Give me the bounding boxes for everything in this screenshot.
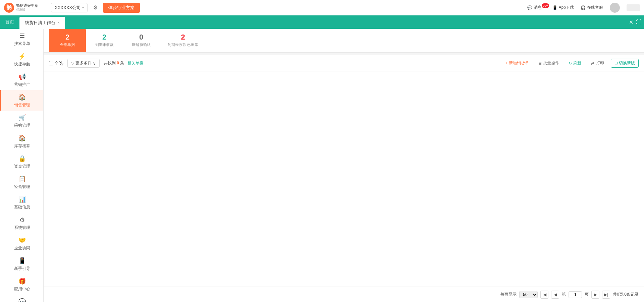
tab-close-icon[interactable]: × <box>57 20 60 25</box>
select-all-input[interactable] <box>49 61 53 65</box>
next-page-button[interactable]: ▶ <box>591 291 599 299</box>
sidebar-item-app-center[interactable]: 🎁 应用中心 <box>0 274 43 295</box>
table-area <box>44 71 644 287</box>
avatar[interactable] <box>610 3 620 13</box>
tab-workbench-label: 钱货日清工作台 <box>25 20 55 26</box>
print-button[interactable]: 🖨 打印 <box>588 59 607 67</box>
app-icon: 📱 <box>552 5 557 10</box>
sidebar-item-marketing-label: 营销推广 <box>14 82 30 87</box>
sidebar-item-operations-label: 经营管理 <box>14 184 30 190</box>
sidebar-item-finance-label: 资金管理 <box>14 164 30 169</box>
tab-home[interactable]: 首页 <box>0 15 19 29</box>
settings-button[interactable]: ⚙ <box>90 3 100 13</box>
app-download-label: App下载 <box>559 5 574 10</box>
total-info: 共0页,0条记录 <box>613 292 639 297</box>
stat-pending-label: 旺铺待确认 <box>131 42 152 47</box>
message-action[interactable]: 💬 消息 99+ <box>527 5 546 10</box>
print-label: 打印 <box>596 60 604 66</box>
add-order-button[interactable]: + 新增销货单 <box>502 59 531 67</box>
enterprise-icon: 🤝 <box>18 237 26 244</box>
sidebar-item-system-label: 系统管理 <box>14 225 30 231</box>
tab-workbench[interactable]: 钱货日清工作台 × <box>19 17 65 29</box>
prev-page-button[interactable]: ◀ <box>551 291 559 299</box>
batch-operation-button[interactable]: ⊞ 批量操作 <box>536 59 562 67</box>
sidebar-item-guide[interactable]: 📱 新手引导 <box>0 254 43 274</box>
first-page-button[interactable]: |◀ <box>540 291 548 299</box>
toolbar-left: 全选 ▽ 更多条件 ∨ 共找到 0 条 相关单据 <box>49 59 144 68</box>
sidebar-item-app-center-label: 应用中心 <box>14 286 30 292</box>
toolbar-right: + 新增销货单 ⊞ 批量操作 ↻ 刷新 🖨 打印 ⊡ 切换新版 <box>502 59 639 68</box>
found-prefix: 共找到 <box>104 61 116 65</box>
stat-tab-overdue[interactable]: 2 到期未收款 <box>86 29 123 52</box>
purchase-icon: 🛒 <box>18 114 26 121</box>
sidebar-item-basic-info[interactable]: 📊 基础信息 <box>0 192 43 213</box>
page-label: 第 <box>562 292 566 297</box>
pagination: 每页显示 50 20 100 |◀ ◀ 第 页 ▶ ▶| 共0页,0条记录 <box>44 287 644 302</box>
inventory-icon: 🏠 <box>18 134 26 142</box>
sidebar-item-finance[interactable]: 🔒 资金管理 <box>0 152 43 172</box>
guide-icon: 📱 <box>18 257 26 264</box>
related-link[interactable]: 相关单据 <box>127 61 144 65</box>
message-icon: 💬 <box>527 5 532 10</box>
page-size-select[interactable]: 50 20 100 <box>519 291 538 298</box>
sidebar-item-quick-nav-label: 快捷导航 <box>14 61 30 67</box>
top-header: 畅 畅捷通好生意 标准版 XXXXXX公司 ▾ ⚙ 体验行业方案 💬 消息 99… <box>0 0 644 15</box>
sidebar-item-inventory[interactable]: 🏠 库存核算 <box>0 131 43 152</box>
online-service-action[interactable]: 🎧 在线客服 <box>581 5 603 10</box>
stat-tab-shipped[interactable]: 2 到期未收款 已出库 <box>160 29 206 52</box>
more-filter-button[interactable]: ▽ 更多条件 ∨ <box>67 59 100 68</box>
page-number-input[interactable] <box>569 291 582 298</box>
logo-icon: 畅 <box>4 3 14 13</box>
select-all-checkbox[interactable]: 全选 <box>49 60 63 66</box>
tab-home-label: 首页 <box>5 19 14 25</box>
app-download-action[interactable]: 📱 App下载 <box>552 5 574 10</box>
trial-button[interactable]: 体验行业方案 <box>103 3 140 13</box>
main-layout: ☰ 搜索菜单 ⚡ 快捷导航 📢 营销推广 🏠 销售管理 🛒 采购管理 🏠 库存核… <box>0 29 644 302</box>
sidebar-item-purchase[interactable]: 🛒 采购管理 <box>0 111 43 131</box>
expand-window-icon[interactable]: ⛶ <box>636 19 641 25</box>
stat-shipped-label: 到期未收款 已出库 <box>168 42 198 47</box>
close-window-icon[interactable]: ✕ <box>629 19 633 25</box>
batch-label: 批量操作 <box>543 60 559 66</box>
tab-bar: 首页 钱货日清工作台 × ✕ ⛶ <box>0 15 644 29</box>
logo-text: 畅捷通好生意 标准版 <box>16 3 38 12</box>
header-right: 💬 消息 99+ 📱 App下载 🎧 在线客服 <box>527 3 640 13</box>
sidebar-item-marketing[interactable]: 📢 营销推广 <box>0 70 43 90</box>
found-count: 0 <box>117 61 119 65</box>
page-size-label: 每页显示 <box>500 292 517 297</box>
sidebar-item-enterprise[interactable]: 🤝 企业协同 <box>0 233 43 254</box>
refresh-icon: ↻ <box>569 61 572 66</box>
operations-icon: 📋 <box>18 175 26 183</box>
sidebar-item-system[interactable]: ⚙ 系统管理 <box>0 213 43 233</box>
sidebar-item-sales[interactable]: 🏠 销售管理 <box>0 90 43 111</box>
message-label: 消息 <box>534 5 542 10</box>
sidebar-item-sales-label: 销售管理 <box>14 102 30 108</box>
switch-new-version-button[interactable]: ⊡ 切换新版 <box>611 59 639 68</box>
stat-all-label: 全部单据 <box>57 42 78 47</box>
filter-label: 更多条件 <box>75 60 92 66</box>
finance-icon: 🔒 <box>18 155 26 162</box>
sidebar-item-purchase-label: 采购管理 <box>14 123 30 128</box>
sidebar-item-search-menu-label: 搜索菜单 <box>14 41 30 47</box>
marketing-icon: 📢 <box>18 73 26 80</box>
weixin-icon: 💬 <box>18 298 26 302</box>
sidebar-item-quick-nav[interactable]: ⚡ 快捷导航 <box>0 49 43 70</box>
print-icon: 🖨 <box>591 61 595 66</box>
last-page-button[interactable]: ▶| <box>602 291 610 299</box>
sidebar-item-weixin[interactable]: 💬 企业微信 <box>0 295 43 302</box>
found-unit: 条 <box>120 61 124 65</box>
sidebar: ☰ 搜索菜单 ⚡ 快捷导航 📢 营销推广 🏠 销售管理 🛒 采购管理 🏠 库存核… <box>0 29 44 302</box>
page-label-end: 页 <box>585 292 589 297</box>
company-selector[interactable]: XXXXXX公司 ▾ <box>51 3 88 12</box>
stat-tab-pending[interactable]: 0 旺铺待确认 <box>123 29 160 52</box>
sidebar-item-operations[interactable]: 📋 经营管理 <box>0 172 43 192</box>
logo-badge: 标准版 <box>16 8 38 12</box>
found-text: 共找到 0 条 相关单据 <box>104 60 144 66</box>
stat-tab-all[interactable]: 2 全部单据 <box>49 29 86 52</box>
refresh-button[interactable]: ↻ 刷新 <box>566 59 584 67</box>
select-all-label: 全选 <box>55 60 63 66</box>
sidebar-item-basic-info-label: 基础信息 <box>14 204 30 210</box>
logo-area: 畅 畅捷通好生意 标准版 <box>4 3 48 13</box>
sidebar-item-search-menu[interactable]: ☰ 搜索菜单 <box>0 29 43 49</box>
logo-char: 畅 <box>6 4 12 11</box>
